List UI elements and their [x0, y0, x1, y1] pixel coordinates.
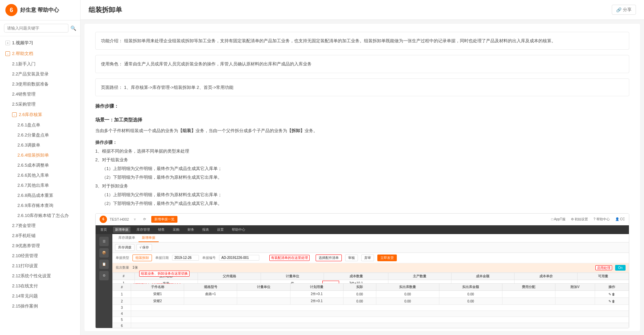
- mock-enable-area: 启用处理 On: [595, 265, 626, 271]
- share-button[interactable]: 🔗 分享: [612, 5, 636, 15]
- mock-nav-stock[interactable]: 库存管理: [135, 227, 152, 233]
- sidebar-item-2-6-3[interactable]: 2.6.3调拨单: [0, 140, 80, 150]
- sidebar-item-2-5[interactable]: 2.5采购管理: [0, 99, 80, 109]
- mock-no-input[interactable]: [219, 255, 259, 261]
- search-icon[interactable]: 🔍: [70, 25, 76, 31]
- sidebar-item-2-6-9[interactable]: 2.6.9库存账本查询: [0, 201, 80, 211]
- mock-review-btn[interactable]: 审核: [345, 255, 358, 261]
- logo-icon: 6: [5, 4, 17, 16]
- mock-sidebar-icon-1[interactable]: ☰: [99, 237, 109, 246]
- mock-toolbar: 库存调拨 √ 保存: [112, 242, 629, 253]
- mock-nav-settings[interactable]: 设置: [215, 227, 226, 233]
- sidebar-item-2-1[interactable]: 2.1新手入门: [0, 59, 80, 69]
- collapse-icon: -: [5, 51, 10, 56]
- mock-help-label: ? 帮助中心: [593, 217, 609, 222]
- sidebar-item-2-6[interactable]: - 2.6库存核算: [0, 109, 80, 120]
- brand-name: 好生意 帮助中心: [20, 7, 59, 14]
- mock-setting-label: ⚙ 初始设置: [571, 217, 588, 222]
- mock-tab-assembly[interactable]: 新增单据: [139, 234, 159, 242]
- sidebar-item-2-6-5[interactable]: 2.6.5成本调整单: [0, 160, 80, 170]
- mock-btn-save[interactable]: √ 保存: [137, 244, 152, 251]
- step3-1: （1）上部明细为父件明细，最终作为原材料生成其它出库单；: [102, 190, 629, 199]
- content-area: 功能介绍： 组装拆卸单用来处理企业组装或拆卸等加工业务，支持有固定装配清单的产品…: [85, 24, 640, 331]
- table-row: 4: [113, 311, 629, 317]
- mock-input-highlight: [322, 281, 339, 284]
- mock-th-cost-qty: 成本数量: [324, 273, 388, 280]
- mock-no-label: 单据编号: [202, 256, 216, 260]
- step3-subs: （1）上部明细为父件明细，最终作为原材料生成其它出库单； （2）下部明细为子件明…: [102, 190, 629, 208]
- mock-nav-home[interactable]: 首页: [98, 227, 109, 233]
- mock-tab-stock[interactable]: 库存调拨单: [115, 234, 139, 242]
- steps-list: 1、根据不同的业务，选择不同单据的类型来处理 2、对于组装业务 （1）上部明细为…: [95, 147, 629, 208]
- sidebar-item-2-6-8[interactable]: 2.6.8商品成本重算: [0, 190, 80, 201]
- mock-lower-table: # 子件名称 规格型号 计量单位 计划用量 实际 实出库数量 实出库金额 费用分: [112, 283, 629, 328]
- sidebar-item-2-6-6[interactable]: 2.6.6其他入库单: [0, 170, 80, 180]
- sidebar-item-2-9[interactable]: 2.9优惠券管理: [0, 241, 80, 251]
- sidebar-item-2-7[interactable]: 2.7资金管理: [0, 221, 80, 231]
- mock-refresh-icon: ⟳: [143, 217, 146, 221]
- mock-nav-finance[interactable]: 财务: [185, 227, 196, 233]
- mock-sub-th-out-amt: 实出库金额: [439, 284, 502, 291]
- mock-sub-th-unit: 计量单位: [237, 284, 290, 291]
- sidebar-item-2-13[interactable]: 2.13在线支付: [0, 281, 80, 291]
- mock-th-avail: 可用量: [578, 273, 629, 280]
- mock-sidebar-icon-2[interactable]: 📦: [99, 248, 109, 258]
- mock-annotation-enable: 启用处理: [595, 265, 612, 270]
- nav-section: + 1.视频学习 - 2.帮助文档 2.1新手入门 2.2产品安装及登录 2.3…: [0, 36, 80, 313]
- table-row: 2 荣耀2 2件+0.1 0.00 0.00 0.00: [113, 298, 629, 305]
- sidebar-item-2-12[interactable]: 2.12系统个性化设置: [0, 271, 80, 281]
- sidebar-item-2-8[interactable]: 2.8手机旺铺: [0, 231, 80, 241]
- mock-annotation-mid-container: 组装业务、拆卸业务在这里切换: [139, 271, 190, 277]
- sidebar-item-2-15[interactable]: 2.15操作案例: [0, 301, 80, 311]
- table-row: 1 荣耀1 曲路+1 2件+0.1 0.00 0.00 0.00: [113, 291, 629, 298]
- sidebar-item-2-4[interactable]: 2.4销售管理: [0, 89, 80, 99]
- mock-form-row2: 批次数量 1张 组装业务、拆卸业务在这里切换 启用处理 On: [112, 263, 629, 273]
- mock-cancel-btn[interactable]: 弃审: [361, 255, 374, 261]
- share-icon: 🔗: [616, 7, 622, 12]
- table-row: 6: [113, 323, 629, 328]
- mock-sub-th-ops: 操作: [595, 284, 629, 291]
- sidebar-item-2-2[interactable]: 2.2产品安装及登录: [0, 69, 80, 79]
- sidebar-item-2-6-4[interactable]: 2.6.4组装拆卸单: [0, 150, 80, 160]
- search-input[interactable]: [4, 24, 68, 33]
- mock-nav-help[interactable]: 帮助中心: [230, 227, 247, 233]
- sidebar-item-2-6-10[interactable]: 2.6.10库存账本错了怎么办: [0, 211, 80, 221]
- intro-block: 功能介绍： 组装拆卸单用来处理企业组装或拆卸等加工业务，支持有固定装配清单的产品…: [95, 32, 629, 50]
- mock-enable-btn[interactable]: On: [615, 265, 626, 271]
- mock-type-select[interactable]: 组装拆卸: [132, 255, 152, 261]
- mock-type-label: 单据类型: [116, 256, 129, 260]
- role-label: 使用角色：: [101, 61, 123, 66]
- mock-th-num: #: [113, 273, 135, 280]
- sidebar-item-2-6-2[interactable]: 2.6.2分量盘点单: [0, 130, 80, 140]
- path-block: 页面路径： 1、库存核算->库存管理->组装拆卸单 2、首页->常用功能: [95, 78, 629, 96]
- mock-navbar: 首页 新增单据 库存管理 销售 采购 财务 报表 设置 帮助中心: [96, 225, 629, 234]
- sidebar-item-2-3[interactable]: 2.3使用前数据准备: [0, 79, 80, 89]
- table-row: 1 米米 件 3件+10.1: [113, 280, 629, 283]
- mock-nav-new[interactable]: 新增单据: [113, 227, 130, 233]
- mock-form-row1: 单据类型 组装拆卸 单据日期 单据编号 有装配清单的在这里处理 选择配件清单: [112, 253, 629, 263]
- sidebar-item-2-14[interactable]: 2.14常见问题: [0, 291, 80, 301]
- mock-nav-report[interactable]: 报表: [200, 227, 211, 233]
- mock-select-bom-btn[interactable]: 选择配件清单: [316, 255, 342, 261]
- mock-sidebar-icon-3[interactable]: 📋: [99, 260, 109, 269]
- sidebar-item-1[interactable]: + 1.视频学习: [0, 38, 80, 48]
- mock-tabs: 库存调拨单 新增单据: [112, 234, 629, 242]
- role-text: 通常由生产人员或库管人员完成折装业务的操作，库管人员确认原材料的出库和产成品的入…: [124, 61, 312, 66]
- mock-sidebar-icon-4[interactable]: ⚙: [99, 271, 109, 280]
- mock-date-input[interactable]: [172, 255, 199, 261]
- sidebar-item-2[interactable]: - 2.帮助文档: [0, 48, 80, 59]
- sidebar-item-2-6-1[interactable]: 2.6.1盘点单: [0, 120, 80, 130]
- mock-btn-type[interactable]: 库存调拨: [115, 244, 135, 251]
- sidebar-item-2-11[interactable]: 2.11打印设置: [0, 261, 80, 271]
- sidebar-item-2-6-7[interactable]: 2.6.7其他出库单: [0, 180, 80, 190]
- mock-left-sidebar: ☰ 📦 📋 ⚙: [96, 234, 112, 328]
- page-title: 组装拆卸单: [89, 5, 122, 14]
- sidebar-item-2-10[interactable]: 2.10经营管理: [0, 251, 80, 261]
- mock-th-main-qty: 主产数量: [388, 273, 451, 280]
- sidebar-header: 6 好生意 帮助中心: [0, 0, 80, 20]
- mock-new-doc-btn[interactable]: 新增单据一览: [151, 216, 177, 223]
- mock-deliver-btn[interactable]: 立即发货: [377, 255, 397, 261]
- mock-nav-purchase[interactable]: 采购: [171, 227, 181, 233]
- mock-nav-sales[interactable]: 销售: [156, 227, 167, 233]
- scenario1-desc: 当由多个子件材料组装成一个成品的业务为【组装】业务，当由一个父件拆分成多个子产品…: [95, 127, 629, 135]
